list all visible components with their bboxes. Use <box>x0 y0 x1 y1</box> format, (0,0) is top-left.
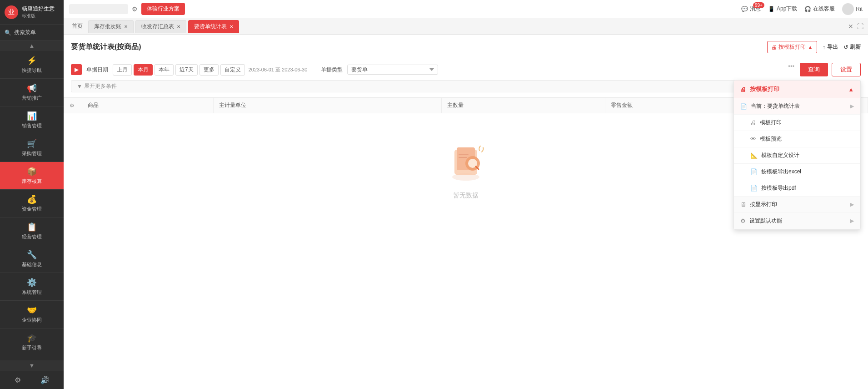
filter-expand-icon[interactable]: ▶ <box>71 64 82 75</box>
dropdown-set-default[interactable]: ⚙ 设置默认功能 ▶ <box>734 213 860 229</box>
dropdown-template-custom[interactable]: 📐 模板自定义设计 <box>734 147 860 164</box>
table-settings-icon[interactable]: ⚙ <box>70 102 75 109</box>
trial-button[interactable]: 体验行业方案 <box>141 3 185 15</box>
settings-icon[interactable]: ⚙ <box>15 376 21 384</box>
table-col-quantity: 主数量 <box>441 98 605 113</box>
more-dots-icon[interactable]: ••• <box>788 63 794 76</box>
refresh-icon: ↺ <box>843 44 848 51</box>
empty-text: 暂无数据 <box>453 192 479 200</box>
sidebar-item-inventory[interactable]: 📦 库存核算 <box>0 162 64 190</box>
sidebar-search[interactable]: 🔍 搜索菜单 <box>0 25 64 40</box>
dropdown-printer-icon: 🖨 <box>740 86 746 93</box>
user-avatar[interactable]: Rit <box>842 3 863 15</box>
current-chevron-icon: ▶ <box>850 103 854 109</box>
topbar-gear-icon[interactable]: ⚙ <box>132 5 138 13</box>
order-type-select-wrap: 要货单 <box>347 65 438 75</box>
sales-icon: 📊 <box>27 111 37 121</box>
date-range-text: 2023-06-01 至 2023-06-30 <box>249 66 308 73</box>
tab-order-stats-close[interactable]: ✕ <box>229 24 233 29</box>
enterprise-icon: 🤝 <box>27 305 37 315</box>
page-header-actions: 🖨 按模板打印 ▲ ↑ 导出 ↺ 刷新 <box>767 41 861 53</box>
sidebar-item-apps[interactable]: 📱 应用中心 <box>0 356 64 360</box>
topbar-right: 💬 消息 99+ 📱 App下载 🎧 在线客服 Rit <box>741 3 863 15</box>
sidebar-item-purchase[interactable]: 🛒 采购管理 <box>0 134 64 162</box>
date-btn-more[interactable]: 更多 <box>200 64 219 76</box>
date-btn-this-year[interactable]: 本年 <box>155 64 174 76</box>
default-icon: ⚙ <box>740 217 746 224</box>
export-button[interactable]: ↑ 导出 <box>823 43 838 51</box>
dropdown-export-excel[interactable]: 📄 按模板导出excel <box>734 164 860 180</box>
dropdown-template-preview[interactable]: 👁 模板预览 <box>734 131 860 147</box>
service-icon: 🎧 <box>804 6 811 12</box>
sidebar-item-system[interactable]: ⚙️ 系统管理 <box>0 273 64 301</box>
tab-receipt[interactable]: 收发存汇总表 ✕ <box>135 20 186 33</box>
search-icon: 🔍 <box>5 30 11 36</box>
date-btn-custom[interactable]: 自定义 <box>220 64 245 76</box>
sidebar-scroll-down[interactable]: ▼ <box>0 360 64 371</box>
print-icon: 🖨 <box>750 119 756 126</box>
sound-icon[interactable]: 🔊 <box>40 376 50 384</box>
avatar-image <box>842 3 854 15</box>
inventory-icon: 📦 <box>27 167 37 177</box>
sidebar-scroll-up[interactable]: ▲ <box>0 40 64 51</box>
main-area: ⚙ 体验行业方案 💬 消息 99+ 📱 App下载 🎧 在线客服 Rit <box>64 0 868 389</box>
online-service-button[interactable]: 🎧 在线客服 <box>804 5 835 13</box>
window-expand-icon[interactable]: ⛶ <box>857 23 863 30</box>
tab-receipt-close[interactable]: ✕ <box>177 24 180 29</box>
topbar-left: ⚙ 体验行业方案 <box>69 3 741 15</box>
sidebar-item-enterprise[interactable]: 🤝 企业协同 <box>0 301 64 328</box>
date-btn-7days[interactable]: 近7天 <box>175 64 198 76</box>
sidebar-item-finance[interactable]: 💰 资金管理 <box>0 190 64 217</box>
date-btn-this-month[interactable]: 本月 <box>134 64 153 76</box>
message-button[interactable]: 💬 消息 99+ <box>741 5 761 13</box>
window-close-icon[interactable]: ✕ <box>848 23 853 30</box>
sidebar-nav: ⚡ 快捷导航 📢 营销推广 📊 销售管理 🛒 采购管理 📦 库存核算 💰 资金管… <box>0 51 64 360</box>
dropdown-current-item[interactable]: 📄 当前：要货单统计表 ▶ <box>734 98 860 115</box>
dropdown-chevron-up-icon[interactable]: ▲ <box>848 86 854 93</box>
custom-icon: 📐 <box>750 152 758 159</box>
pdf-icon: 📄 <box>750 185 758 192</box>
page-title: 要货单统计表(按商品) <box>71 42 141 52</box>
query-button[interactable]: 查询 <box>800 63 828 76</box>
sidebar: 业 畅康通好生意 标准版 🔍 搜索菜单 ▲ ⚡ 快捷导航 📢 营销推广 📊 销售… <box>0 0 64 389</box>
refresh-button[interactable]: ↺ 刷新 <box>843 43 861 51</box>
sidebar-bottom: ⚙ 🔊 <box>0 371 64 389</box>
sidebar-item-quick[interactable]: ⚡ 快捷导航 <box>0 51 64 79</box>
template-print-button[interactable]: 🖨 按模板打印 ▲ <box>767 41 817 53</box>
sidebar-item-sales[interactable]: 📊 销售管理 <box>0 106 64 134</box>
tabs-bar: 首页 库存批次账 ✕ 收发存汇总表 ✕ 要货单统计表 ✕ ✕ ⛶ <box>64 18 868 35</box>
table-col-unit: 主计量单位 <box>214 98 442 113</box>
sidebar-item-newbie[interactable]: 🎓 新手引导 <box>0 328 64 356</box>
marketing-icon: 📢 <box>27 83 37 93</box>
empty-icon-svg <box>443 141 489 186</box>
tab-home[interactable]: 首页 <box>68 20 86 33</box>
topbar: ⚙ 体验行业方案 💬 消息 99+ 📱 App下载 🎧 在线客服 Rit <box>64 0 868 18</box>
tab-batch[interactable]: 库存批次账 ✕ <box>88 20 134 33</box>
settings-button[interactable]: 设置 <box>832 63 861 76</box>
preview-icon: 👁 <box>750 136 756 142</box>
sidebar-item-marketing[interactable]: 📢 营销推广 <box>0 79 64 106</box>
sidebar-item-operations[interactable]: 📋 经营管理 <box>0 217 64 245</box>
filter-row-1: ▶ 单据日期 上月 本月 本年 近7天 更多 自定义 2023-06-01 至 … <box>71 63 861 76</box>
tab-order-stats[interactable]: 要货单统计表 ✕ <box>188 20 239 33</box>
display-print-chevron: ▶ <box>850 202 854 207</box>
table-col-settings: ⚙ <box>64 98 82 113</box>
purchase-icon: 🛒 <box>27 139 37 149</box>
logo-text: 畅康通好生意 标准版 <box>22 5 55 19</box>
table-col-product: 商品 <box>82 98 214 113</box>
page-content: 要货单统计表(按商品) 🖨 按模板打印 ▲ ↑ 导出 ↺ 刷新 <box>64 35 868 389</box>
logo-icon: 业 <box>5 5 18 19</box>
app-download-button[interactable]: 📱 App下载 <box>768 5 797 13</box>
operations-icon: 📋 <box>27 222 37 232</box>
tab-batch-close[interactable]: ✕ <box>124 24 128 29</box>
dropdown-display-print[interactable]: 🖥 按显示打印 ▶ <box>734 197 860 213</box>
app-logo: 业 畅康通好生意 标准版 <box>0 0 64 25</box>
dropdown-template-print[interactable]: 🖨 模板打印 <box>734 115 860 131</box>
sidebar-item-basic[interactable]: 🔧 基础信息 <box>0 245 64 273</box>
finance-icon: 💰 <box>27 194 37 204</box>
topbar-search-input[interactable] <box>69 4 128 14</box>
filter-action-buttons: ••• 查询 设置 <box>786 63 861 76</box>
dropdown-export-pdf[interactable]: 📄 按模板导出pdf <box>734 180 860 197</box>
date-btn-last-month[interactable]: 上月 <box>113 64 132 76</box>
order-type-select[interactable]: 要货单 <box>347 65 438 75</box>
